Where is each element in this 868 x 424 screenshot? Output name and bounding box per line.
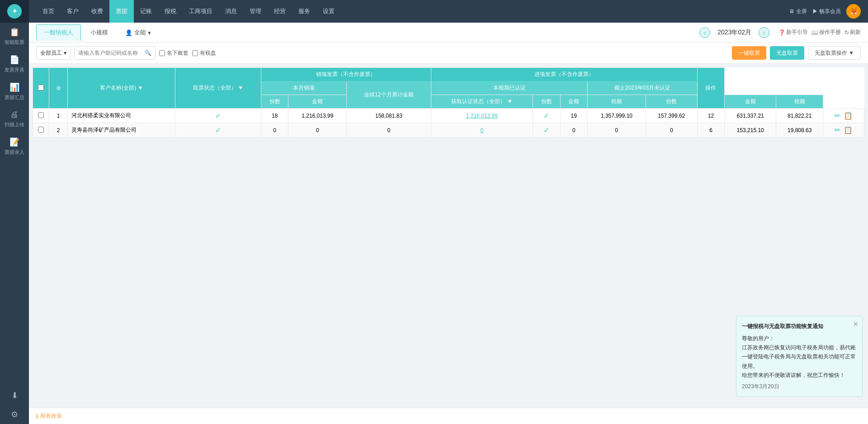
footer: ℹ 税务政策 (29, 408, 868, 424)
th-uncert-amount: 金额 (725, 95, 776, 109)
sidebar-bottom: ⬇ ⚙ (0, 386, 29, 424)
row-checkbox[interactable] (38, 112, 44, 118)
refresh-icon: ↻ (844, 29, 849, 36)
th-month-sales: 本月销项 (261, 81, 346, 95)
settings-icon: ⚙ (11, 410, 18, 419)
row-cur-cert-amount: 1,357,999.10 (588, 109, 646, 123)
th-sales-group: 销项发票（不含作废票） (261, 68, 431, 81)
question-icon: ❓ (778, 29, 785, 36)
edit-btn[interactable]: ✏ (835, 112, 840, 119)
user-avatar[interactable]: 🦊 (846, 4, 861, 19)
toolbar-right: 一键取票 无盘取票 无盘取票操作 ▼ (732, 46, 861, 60)
tax-disk-checkbox-label[interactable]: 有税盘 (192, 49, 216, 57)
staff-label: 全部员工 (40, 49, 62, 57)
tab-general-taxpayer[interactable]: 一般纳税人 (36, 24, 81, 41)
nav-home[interactable]: 首页 (36, 0, 61, 23)
period-label: 2023年02月 (714, 29, 755, 37)
nav-service[interactable]: 服务 (292, 0, 316, 23)
row-actions: ✏ 📋 (823, 109, 864, 123)
row-month-tax: 0 (347, 123, 431, 138)
nav-billing[interactable]: 收费 (85, 0, 109, 23)
search-input[interactable] (78, 50, 145, 56)
nav-customer[interactable]: 客户 (61, 0, 85, 23)
fullscreen-btn[interactable]: 🖥 全屏 (789, 8, 807, 15)
nav-invoice[interactable]: 票据 (109, 0, 134, 23)
row-cur-cert-tax: 157,399.62 (646, 109, 697, 123)
copy-btn[interactable]: 📋 (844, 126, 853, 134)
sidebar-item-download[interactable]: ⬇ (0, 386, 29, 405)
th-current-cert: 本税期已认证 (431, 81, 587, 95)
copy-btn[interactable]: 📋 (844, 112, 853, 119)
tab-small-scale[interactable]: 小规模 (83, 24, 116, 41)
row-month-tax: 158,081.83 (347, 109, 431, 123)
tax-policy-link[interactable]: ℹ 税务政策 (36, 412, 62, 420)
row-uncert-amount: 153,215.10 (725, 123, 776, 138)
member-btn[interactable]: ▶ 畅享会员 (812, 8, 841, 15)
th-purch-count: 份数 (533, 95, 560, 109)
row-num: 1 (49, 109, 68, 123)
download-icon: ⬇ (11, 391, 18, 400)
nav-management[interactable]: 管理 (243, 0, 268, 23)
notification-body: 尊敬的用户： 江苏政务网已恢复访问电子税务局功能，易代账一键登陆电子税务局与无盘… (742, 334, 857, 380)
th-cumulative: 连续12个月累计金额 (347, 81, 431, 109)
search-icon[interactable]: 🔍 (145, 50, 151, 56)
th-checkbox (33, 68, 49, 109)
th-uncert-tax: 税额 (776, 95, 823, 109)
svg-text:✦: ✦ (12, 7, 18, 15)
sidebar-item-scan-upload[interactable]: 🖨 扫描上传 (0, 105, 29, 133)
th-purch-amount: 金额 (560, 95, 588, 109)
th-sales-amount: 金额 (288, 95, 347, 109)
dropdown-icon: ▾ (64, 50, 66, 56)
row-uncert-count: 12 (697, 109, 725, 123)
sidebar-item-invoice-issue[interactable]: 📄 发票开具 (0, 50, 29, 78)
notification-panel: ✕ 一键报税与无盘取票功能恢复通知 尊敬的用户： 江苏政务网已恢复访问电子税务局… (736, 316, 863, 397)
edit-btn[interactable]: ✏ (835, 126, 840, 134)
new-guide-btn[interactable]: ❓ 新手引导 (778, 29, 808, 36)
row-cumulative: 1,216,013.99 (431, 109, 533, 123)
row-checkbox-cell (33, 123, 49, 138)
th-cert-status[interactable]: 获取认证状态（全部） ▼ (431, 95, 533, 109)
sidebar-item-smart-fetch[interactable]: 📋 智能取票 (0, 23, 29, 50)
nav-message[interactable]: 消息 (219, 0, 243, 23)
th-uncert-count: 份数 (646, 95, 697, 109)
tax-disk-checkbox[interactable] (192, 50, 198, 56)
notification-title: 一键报税与无盘取票功能恢复通知 (742, 322, 857, 331)
nav-tax[interactable]: 报税 (158, 0, 183, 23)
th-status[interactable]: 取票状态（全部） ▼ (175, 68, 261, 109)
row-customer: 河北柯搭柔实业有限公司 (68, 109, 175, 123)
sidebar-item-invoice-summary[interactable]: 📊 票据汇总 (0, 78, 29, 105)
th-customer[interactable]: 客户名称(全部) ▼ (68, 68, 175, 109)
row-checkbox-cell (33, 109, 49, 123)
nav-operation[interactable]: 经营 (268, 0, 292, 23)
invoice-summary-icon: 📊 (9, 82, 19, 92)
nav-settings[interactable]: 设置 (316, 0, 341, 23)
nav-business[interactable]: 工商项目 (183, 0, 219, 23)
account-checkbox-label[interactable]: 名下账套 (159, 49, 189, 57)
row-status: ✓ (175, 123, 261, 138)
manual-btn[interactable]: 📖 操作手册 (811, 29, 841, 36)
tab-all[interactable]: 👤 全能 ▾ (118, 24, 159, 41)
table-row: 1 河北柯搭柔实业有限公司 ✓ 18 1,216,013.99 158,081.… (33, 109, 864, 123)
one-click-fetch-btn[interactable]: 一键取票 (732, 46, 766, 60)
notification-close-btn[interactable]: ✕ (853, 319, 859, 330)
no-disk-fetch-btn[interactable]: 无盘取票 (770, 46, 804, 60)
row-cur-cert-tax: 0 (646, 123, 697, 138)
prev-period-btn[interactable]: ‹ (699, 27, 710, 38)
row-month-amount: 1,216,013.99 (288, 109, 347, 123)
no-disk-ops-btn[interactable]: 无盘取票操作 ▼ (808, 46, 861, 60)
smart-fetch-icon: 📋 (9, 27, 19, 37)
account-checkbox[interactable] (159, 50, 165, 56)
sidebar-item-invoice-entry[interactable]: 📝 票据录入 (0, 133, 29, 160)
staff-selector[interactable]: 全部员工 ▾ (36, 46, 71, 60)
row-num: 2 (49, 123, 68, 138)
sidebar: ✦ 📋 智能取票 📄 发票开具 📊 票据汇总 🖨 扫描上传 📝 票据录入 ⬇ ⚙ (0, 0, 29, 424)
logo: ✦ (0, 0, 29, 23)
row-checkbox[interactable] (38, 127, 44, 133)
refresh-btn[interactable]: ↻ 刷新 (844, 29, 861, 36)
nav-accounting[interactable]: 记账 (134, 0, 158, 23)
next-period-btn[interactable]: › (759, 27, 769, 38)
row-customer: 灵寿县尚泽矿产品有限公司 (68, 123, 175, 138)
select-all-checkbox[interactable] (38, 85, 44, 91)
invoice-table: ⚙ 客户名称(全部) ▼ 取票状态（全部） ▼ 销项发票（不含作废票） 进项发票… (33, 67, 864, 138)
sidebar-item-settings[interactable]: ⚙ (0, 405, 29, 424)
